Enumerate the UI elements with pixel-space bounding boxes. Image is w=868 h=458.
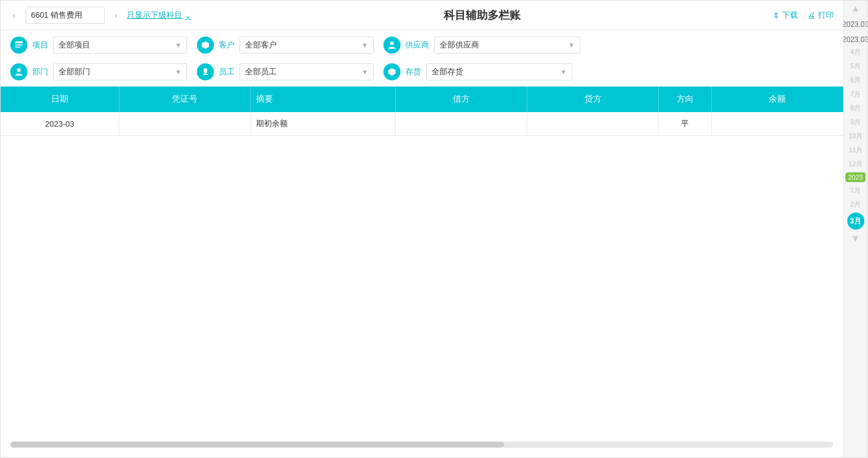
employee-select[interactable]: 全部员工 ▼ [240,63,374,80]
col-header-debit: 借方 [396,86,527,112]
cell-date: 2023-03 [1,112,119,136]
table-row: 2023-03 期初余额 平 [1,112,843,136]
department-select-arrow: ▼ [175,68,182,76]
employee-icon [197,63,214,80]
department-icon [10,63,27,80]
print-button[interactable]: 🖨 打印 [808,10,834,21]
svg-rect-1 [15,44,23,46]
timeline-month-8[interactable]: 8月 [844,101,867,115]
timeline-month-9[interactable]: 9月 [844,115,867,129]
main-window: ‹ 6601 销售费用 › 只显示下级科目 ⌄ 科目辅助多栏账 ⇕ 下载 🖨 打… [0,0,868,458]
supplier-select-arrow: ▼ [568,41,575,49]
filter-inventory: 存货 全部存货 ▼ [383,63,572,80]
cell-voucher [119,112,251,136]
svg-rect-6 [204,72,207,73]
show-sub-toggle[interactable]: 只显示下级科目 ⌄ [127,10,191,21]
col-header-direction: 方向 [659,86,711,112]
print-icon: 🖨 [808,11,816,20]
col-header-summary: 摘要 [251,86,396,112]
timeline-month-12[interactable]: 12月 [844,157,867,171]
download-button[interactable]: ⇕ 下载 [773,10,798,21]
svg-point-4 [17,68,21,72]
timeline-month-4[interactable]: 4月 [844,45,867,59]
customer-select-arrow: ▼ [361,41,368,49]
col-header-balance: 余额 [711,86,843,112]
account-code: 6601 销售费用 [26,7,105,24]
chevron-down-icon: ⌄ [185,11,191,20]
timeline-up-arrow[interactable]: ▲ [851,1,861,16]
col-header-credit: 贷方 [527,86,659,112]
supplier-label: 供应商 [405,40,429,51]
filter-customer: 客户 全部客户 ▼ [197,37,374,54]
scrollbar-thumb[interactable] [10,442,504,448]
employee-label: 员工 [219,66,235,77]
timeline-month-10[interactable]: 10月 [844,129,867,143]
data-table: 日期 凭证号 摘要 借方 贷方 方向 余额 2023-03 期初余额 平 [1,86,843,136]
project-label: 项目 [32,40,48,51]
scrollbar-area[interactable] [1,442,843,448]
customer-select[interactable]: 全部客户 ▼ [240,37,374,54]
timeline: ▲ 2023.03 2023.03 4月 5月 6月 7月 8月 9月 10月 … [843,1,867,457]
svg-rect-2 [15,47,20,48]
cell-direction: 平 [659,112,711,136]
employee-select-arrow: ▼ [361,68,368,76]
table-header-row: 日期 凭证号 摘要 借方 贷方 方向 余额 [1,86,843,112]
customer-icon [197,37,214,54]
timeline-month-7[interactable]: 7月 [844,87,867,101]
filter-row-2: 部门 全部部门 ▼ 员工 全部员工 ▼ 存货 [10,63,858,80]
next-account-button[interactable]: › [112,9,120,21]
filter-area: 项目 全部项目 ▼ 客户 全部客户 ▼ 供应 [1,30,867,86]
filter-row-1: 项目 全部项目 ▼ 客户 全部客户 ▼ 供应 [10,37,858,54]
svg-rect-0 [15,41,23,43]
svg-point-3 [390,41,394,45]
inventory-icon [383,63,400,80]
inventory-select-arrow: ▼ [560,68,567,76]
inventory-label: 存货 [405,66,421,77]
download-icon: ⇕ [773,11,780,20]
project-select[interactable]: 全部项目 ▼ [53,37,187,54]
cell-summary: 期初余额 [251,112,396,136]
department-label: 部门 [32,66,48,77]
filter-employee: 员工 全部员工 ▼ [197,63,374,80]
supplier-icon [383,37,400,54]
cell-credit [527,112,659,136]
cell-debit [396,112,527,136]
timeline-month-3-active[interactable]: 3月 [847,213,864,230]
customer-label: 客户 [219,40,235,51]
timeline-header-2[interactable]: 2023.03 [843,32,867,45]
scrollbar-track [10,442,833,448]
supplier-select[interactable]: 全部供应商 ▼ [434,37,580,54]
inventory-select[interactable]: 全部存货 ▼ [426,63,572,80]
timeline-year-2023[interactable]: 2023 [845,172,865,182]
timeline-month-5[interactable]: 5月 [844,59,867,73]
svg-rect-5 [204,68,207,72]
project-icon [10,37,27,54]
timeline-header-1[interactable]: 2023.03 [843,16,867,30]
timeline-month-11[interactable]: 11月 [844,143,867,157]
filter-project: 项目 全部项目 ▼ [10,37,187,54]
cell-balance [711,112,843,136]
timeline-month-1[interactable]: 1月 [844,183,867,197]
col-header-date: 日期 [1,86,119,112]
header: ‹ 6601 销售费用 › 只显示下级科目 ⌄ 科目辅助多栏账 ⇕ 下载 🖨 打… [1,1,867,30]
project-select-arrow: ▼ [175,41,182,49]
filter-supplier: 供应商 全部供应商 ▼ [383,37,580,54]
prev-account-button[interactable]: ‹ [10,9,18,21]
col-header-voucher: 凭证号 [119,86,251,112]
department-select[interactable]: 全部部门 ▼ [53,63,187,80]
timeline-month-2[interactable]: 2月 [844,197,867,211]
timeline-down-arrow[interactable]: ▼ [851,231,861,247]
filter-department: 部门 全部部门 ▼ [10,63,187,80]
timeline-month-6[interactable]: 6月 [844,73,867,87]
page-title: 科目辅助多栏账 [199,8,766,23]
table-wrapper: 日期 凭证号 摘要 借方 贷方 方向 余额 2023-03 期初余额 平 [1,86,843,136]
